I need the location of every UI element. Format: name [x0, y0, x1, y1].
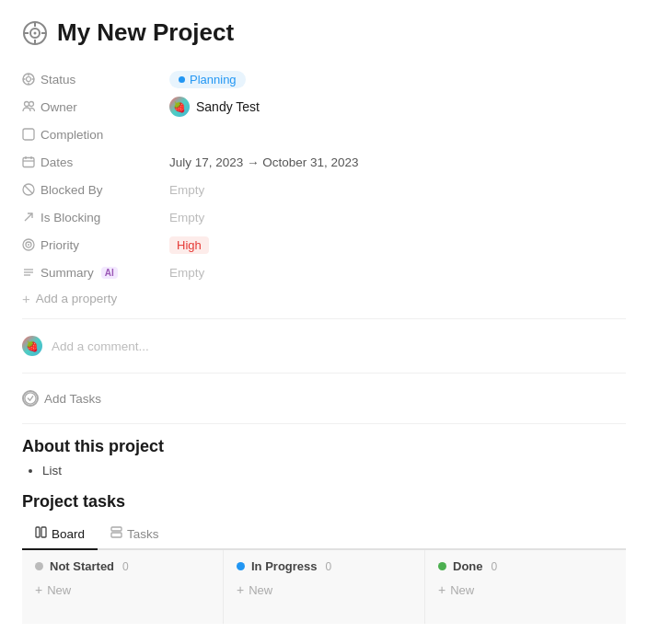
tab-tasks-label: Tasks — [127, 527, 159, 541]
not-started-count: 0 — [122, 560, 129, 573]
tabs-row: Board Tasks — [22, 521, 626, 550]
svg-point-2 — [34, 31, 37, 34]
svg-point-12 — [27, 77, 31, 82]
about-list: List — [22, 464, 626, 477]
tab-tasks[interactable]: Tasks — [98, 521, 172, 550]
tab-board-label: Board — [52, 527, 85, 541]
dates-label: Dates — [22, 155, 169, 169]
svg-rect-32 — [111, 527, 122, 531]
about-list-item: List — [42, 464, 626, 477]
svg-line-22 — [25, 213, 32, 221]
done-label: Done — [453, 559, 483, 573]
completion-row: Completion — [22, 121, 626, 148]
summary-value[interactable]: Empty — [169, 265, 204, 280]
svg-rect-33 — [111, 533, 122, 537]
in-progress-header: In Progress 0 — [237, 559, 411, 573]
summary-row: Summary AI Empty — [22, 259, 626, 286]
svg-point-14 — [29, 102, 34, 107]
svg-point-13 — [25, 102, 29, 107]
project-tasks-section: Project tasks Board — [22, 492, 626, 624]
blocked-by-row: Blocked By Empty — [22, 176, 626, 203]
done-new-label: New — [450, 583, 474, 597]
about-title: About this project — [22, 437, 626, 456]
priority-label-text: Priority — [40, 238, 79, 252]
planning-dot — [179, 76, 185, 83]
status-value[interactable]: Planning — [169, 71, 246, 88]
priority-label: Priority — [22, 238, 169, 252]
done-count: 0 — [492, 560, 498, 573]
done-add-btn[interactable]: + New — [438, 581, 613, 599]
is-blocking-row: Is Blocking Empty — [22, 203, 626, 231]
blocked-by-value[interactable]: Empty — [169, 182, 204, 197]
high-badge[interactable]: High — [169, 236, 209, 254]
add-tasks-row[interactable]: Add Tasks — [22, 383, 626, 414]
comment-row[interactable]: 🍓 Add a comment... — [22, 328, 626, 363]
svg-point-29 — [25, 393, 36, 404]
completion-label-text: Completion — [40, 128, 103, 142]
kanban-board: Not Started 0 + New In Progress 0 + New — [22, 550, 626, 624]
divider-3 — [22, 423, 626, 424]
divider-1 — [22, 318, 626, 319]
kanban-col-done: Done 0 + New — [425, 550, 626, 624]
about-section: About this project List — [22, 437, 626, 477]
not-started-add-btn[interactable]: + New — [35, 581, 210, 599]
owner-value[interactable]: 🍓 Sandy Test — [169, 97, 260, 117]
in-progress-new-label: New — [249, 583, 272, 597]
page-title-row: My New Project — [22, 18, 626, 47]
done-header: Done 0 — [438, 559, 613, 573]
completion-icon — [22, 128, 35, 141]
summary-label-text: Summary — [40, 266, 94, 280]
not-started-plus-icon: + — [35, 582, 42, 597]
add-property-row[interactable]: + Add a property — [22, 288, 626, 309]
owner-row: Owner 🍓 Sandy Test — [22, 93, 626, 121]
not-started-new-label: New — [47, 583, 71, 597]
page-title: My New Project — [57, 18, 234, 47]
is-blocking-label: Is Blocking — [22, 211, 169, 224]
priority-icon — [22, 238, 35, 251]
properties-section: Status Planning O — [22, 65, 626, 309]
add-tasks-icon — [22, 390, 39, 407]
owner-icon — [22, 100, 35, 113]
svg-rect-16 — [23, 158, 34, 167]
dates-value[interactable]: July 17, 2023 → October 31, 2023 — [169, 155, 359, 169]
add-tasks-label: Add Tasks — [44, 392, 101, 406]
not-started-dot — [35, 562, 43, 570]
svg-rect-31 — [41, 527, 46, 537]
is-blocking-label-text: Is Blocking — [40, 211, 100, 224]
tasks-tab-icon — [110, 526, 122, 541]
priority-value[interactable]: High — [169, 236, 209, 254]
kanban-col-not-started: Not Started 0 + New — [22, 550, 224, 624]
is-blocking-icon — [22, 211, 35, 224]
done-dot — [438, 562, 446, 570]
kanban-col-in-progress: In Progress 0 + New — [224, 550, 425, 624]
in-progress-add-btn[interactable]: + New — [237, 581, 411, 599]
svg-point-25 — [28, 244, 29, 246]
dates-row: Dates July 17, 2023 → October 31, 2023 — [22, 148, 626, 176]
add-property-plus-icon: + — [22, 292, 30, 305]
not-started-header: Not Started 0 — [35, 559, 210, 573]
in-progress-plus-icon: + — [237, 582, 244, 597]
comment-avatar: 🍓 — [22, 336, 42, 356]
in-progress-label: In Progress — [251, 559, 318, 573]
tab-board[interactable]: Board — [22, 521, 98, 550]
summary-label: Summary AI — [22, 266, 169, 280]
planning-badge[interactable]: Planning — [169, 71, 246, 88]
summary-icon — [22, 266, 35, 279]
is-blocking-value[interactable]: Empty — [169, 210, 204, 224]
avatar: 🍓 — [169, 97, 190, 117]
dates-label-text: Dates — [40, 155, 73, 169]
status-row: Status Planning — [22, 65, 626, 93]
comment-placeholder: Add a comment... — [52, 339, 149, 353]
owner-name: Sandy Test — [196, 99, 260, 114]
status-label-text: Status — [40, 73, 75, 86]
project-tasks-title: Project tasks — [22, 492, 626, 512]
in-progress-count: 0 — [326, 560, 332, 573]
status-label: Status — [22, 73, 169, 86]
svg-rect-15 — [23, 129, 34, 140]
page-container: My New Project Status — [0, 0, 648, 624]
owner-label-text: Owner — [40, 100, 77, 114]
blocked-by-icon — [22, 183, 35, 196]
done-plus-icon: + — [438, 582, 446, 597]
svg-rect-30 — [36, 527, 40, 537]
svg-line-21 — [25, 186, 33, 194]
